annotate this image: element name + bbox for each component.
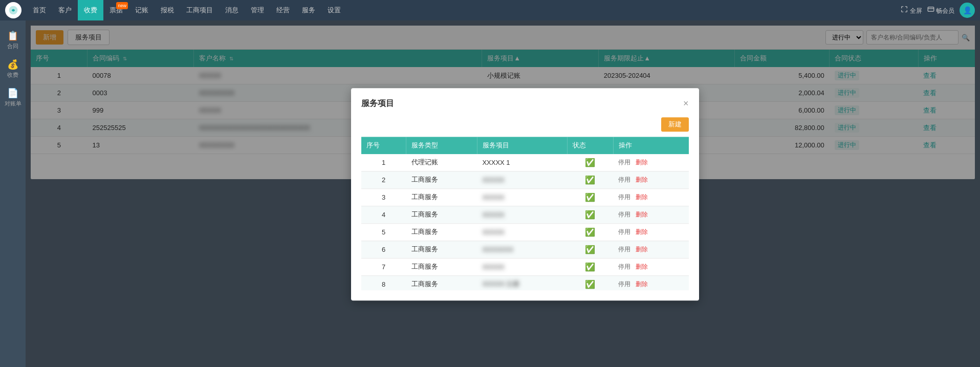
delete-button[interactable]: 删除 (636, 263, 648, 270)
modal-cell-seq: 4 (361, 206, 406, 223)
sidebar-item-fee[interactable]: 💰 收费 (0, 54, 26, 83)
modal-cell-item: XXXXX 注册 (477, 275, 568, 290)
nav-fee[interactable]: 收费 (78, 0, 103, 20)
stop-button[interactable]: 停用 (618, 280, 630, 288)
modal-scroll[interactable]: 序号 服务类型 服务项目 状态 操作 1 代理记账 XXXXX 1 ✅ 停用 删… (361, 137, 689, 290)
fullscreen-btn[interactable]: 全屏 (901, 6, 922, 15)
modal-table-row: 1 代理记账 XXXXX 1 ✅ 停用 删除 (361, 154, 689, 171)
mth-action: 操作 (613, 137, 688, 154)
nav-message[interactable]: 消息 (219, 0, 245, 20)
modal-cell-type: 工商服务 (406, 223, 477, 241)
status-check-icon: ✅ (585, 228, 595, 236)
mth-seq: 序号 (361, 137, 406, 154)
stop-button[interactable]: 停用 (618, 228, 630, 235)
status-check-icon: ✅ (585, 158, 595, 167)
modal-cell-item: XXXXX (477, 171, 568, 188)
stop-button[interactable]: 停用 (618, 246, 630, 253)
modal-cell-seq: 3 (361, 188, 406, 206)
stop-button[interactable]: 停用 (618, 176, 630, 183)
status-check-icon: ✅ (585, 176, 595, 184)
modal-cell-action[interactable]: 停用 删除 (613, 206, 688, 223)
modal-cell-type: 工商服务 (406, 171, 477, 188)
modal-table-row: 2 工商服务 XXXXX ✅ 停用 删除 (361, 171, 689, 188)
logo[interactable] (5, 2, 21, 18)
modal-cell-status: ✅ (568, 154, 613, 171)
modal-cell-seq: 1 (361, 154, 406, 171)
modal-table-row: 4 工商服务 XXXXX ✅ 停用 删除 (361, 206, 689, 223)
modal-cell-type: 工商服务 (406, 275, 477, 290)
delete-button[interactable]: 删除 (636, 176, 648, 183)
nav-service[interactable]: 服务 (296, 0, 321, 20)
sidebar-label-contract: 合同 (7, 42, 18, 50)
modal-cell-action[interactable]: 停用 删除 (613, 223, 688, 241)
modal-cell-status: ✅ (568, 258, 613, 275)
modal-cell-status: ✅ (568, 241, 613, 258)
nav-operation[interactable]: 经营 (270, 0, 296, 20)
modal-cell-item: XXXXX (477, 188, 568, 206)
fee-icon: 💰 (7, 59, 18, 70)
nav-tax[interactable]: 报税 (155, 0, 180, 20)
modal-header: 服务项目 × (361, 98, 689, 109)
modal-cell-status: ✅ (568, 275, 613, 290)
modal-cell-action[interactable]: 停用 删除 (613, 171, 688, 188)
delete-button[interactable]: 删除 (636, 159, 648, 166)
modal-cell-action[interactable]: 停用 删除 (613, 154, 688, 171)
nav-industrial[interactable]: 工商项目 (180, 0, 219, 20)
nav-bill[interactable]: 票据 new (103, 0, 129, 20)
status-check-icon: ✅ (585, 263, 595, 271)
modal-cell-type: 工商服务 (406, 206, 477, 223)
new-service-button[interactable]: 新建 (661, 117, 689, 132)
nav-right: 全屏 畅会员 👤 (901, 3, 975, 18)
modal-cell-seq: 5 (361, 223, 406, 241)
nav-client[interactable]: 客户 (52, 0, 78, 20)
sidebar-item-statement[interactable]: 📄 对账单 (0, 83, 26, 112)
modal-cell-status: ✅ (568, 223, 613, 241)
status-check-icon: ✅ (585, 193, 595, 202)
sidebar-label-statement: 对账单 (5, 100, 21, 107)
modal-cell-seq: 6 (361, 241, 406, 258)
modal-cell-action[interactable]: 停用 删除 (613, 258, 688, 275)
nav-manage[interactable]: 管理 (245, 0, 270, 20)
status-check-icon: ✅ (585, 245, 595, 254)
modal-cell-status: ✅ (568, 188, 613, 206)
modal-cell-item: XXXXX (477, 258, 568, 275)
modal-title: 服务项目 (361, 98, 394, 109)
modal-cell-item: XXXXX 1 (477, 154, 568, 171)
modal-cell-action[interactable]: 停用 删除 (613, 188, 688, 206)
modal-cell-seq: 8 (361, 275, 406, 290)
modal-table-row: 5 工商服务 XXXXX ✅ 停用 删除 (361, 223, 689, 241)
modal-close-button[interactable]: × (683, 99, 689, 108)
modal-toolbar: 新建 (361, 117, 689, 132)
badge-new: new (116, 2, 128, 9)
member-btn[interactable]: 畅会员 (927, 6, 954, 15)
modal-cell-type: 工商服务 (406, 258, 477, 275)
delete-button[interactable]: 删除 (636, 280, 648, 288)
modal-table-row: 6 工商服务 XXXXXXX ✅ 停用 删除 (361, 241, 689, 258)
modal-cell-type: 代理记账 (406, 154, 477, 171)
stop-button[interactable]: 停用 (618, 159, 630, 166)
modal-cell-action[interactable]: 停用 删除 (613, 241, 688, 258)
modal-cell-type: 工商服务 (406, 188, 477, 206)
delete-button[interactable]: 删除 (636, 193, 648, 201)
service-modal: 服务项目 × 新建 序号 服务类型 服务项目 状态 操作 1 代理记账 XXXX… (351, 88, 699, 300)
modal-table-row: 7 工商服务 XXXXX ✅ 停用 删除 (361, 258, 689, 275)
stop-button[interactable]: 停用 (618, 263, 630, 270)
statement-icon: 📄 (7, 88, 18, 99)
stop-button[interactable]: 停用 (618, 193, 630, 201)
modal-cell-item: XXXXX (477, 206, 568, 223)
delete-button[interactable]: 删除 (636, 228, 648, 235)
delete-button[interactable]: 删除 (636, 211, 648, 218)
top-nav: 首页 客户 收费 票据 new 记账 报税 工商项目 消息 管理 经营 服务 设… (0, 0, 980, 20)
avatar[interactable]: 👤 (960, 3, 975, 18)
stop-button[interactable]: 停用 (618, 211, 630, 218)
mth-type: 服务类型 (406, 137, 477, 154)
sidebar-label-fee: 收费 (7, 71, 18, 79)
delete-button[interactable]: 删除 (636, 246, 648, 253)
sidebar-item-contract[interactable]: 📋 合同 (0, 26, 26, 54)
modal-cell-status: ✅ (568, 206, 613, 223)
nav-bookkeeping[interactable]: 记账 (129, 0, 155, 20)
nav-home[interactable]: 首页 (27, 0, 52, 20)
modal-table-row: 8 工商服务 XXXXX 注册 ✅ 停用 删除 (361, 275, 689, 290)
nav-settings[interactable]: 设置 (321, 0, 347, 20)
modal-cell-action[interactable]: 停用 删除 (613, 275, 688, 290)
